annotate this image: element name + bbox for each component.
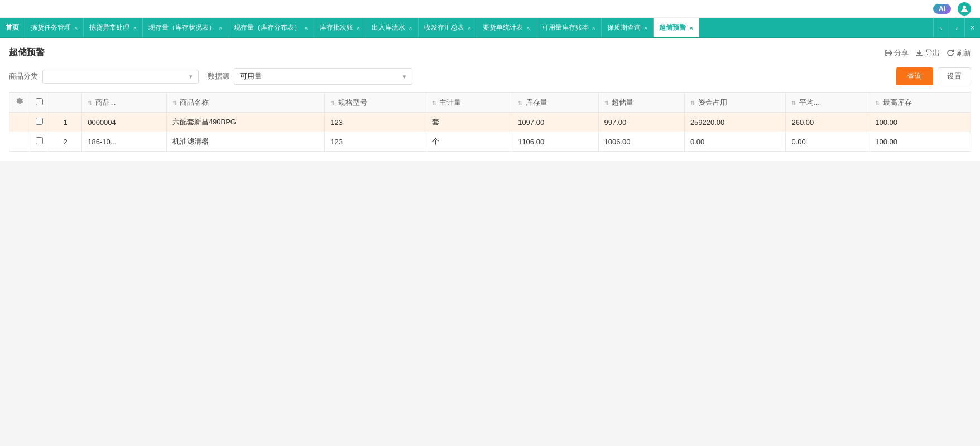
close-shelf-life[interactable]: ×: [644, 25, 647, 31]
sort-icon-avg: ⇅: [791, 100, 796, 106]
sort-icon-stock: ⇅: [518, 100, 522, 106]
nav-tab-order-stat[interactable]: 要货单统计表 ×: [477, 18, 536, 38]
home-label: 首页: [6, 23, 19, 32]
nav-arrows: ‹ › ×: [933, 18, 980, 38]
share-icon: [884, 49, 892, 57]
category-label: 商品分类: [9, 71, 38, 81]
close-task-mgmt[interactable]: ×: [74, 25, 78, 31]
row-avg-0: 260.00: [786, 113, 869, 132]
settings-button[interactable]: 设置: [938, 67, 971, 85]
nav-tab-abnormal[interactable]: 拣货异常处理 ×: [84, 18, 142, 38]
table-row: 1 0000004 六配套新昌490BPG 123 套 1097.00 997.…: [9, 113, 971, 132]
row-gear-0: [9, 113, 30, 132]
sort-icon-code: ⇅: [88, 100, 92, 106]
col-spec-header: ⇅ 规格型号: [325, 93, 426, 113]
filter-category: 商品分类 ▾: [9, 70, 199, 84]
close-stock-status[interactable]: ×: [219, 25, 222, 31]
sort-icon-name: ⇅: [172, 100, 177, 106]
row-stock-1: 1106.00: [512, 132, 598, 152]
row-capital-0: 259220.00: [684, 113, 786, 132]
ai-badge[interactable]: Ai: [933, 4, 951, 14]
datasource-select[interactable]: 可用量 ▾: [234, 68, 412, 85]
sort-icon-spec: ⇅: [330, 100, 335, 106]
page-container: 超储预警 分享 导出 刷新: [0, 38, 980, 161]
row-num-0: 1: [49, 113, 82, 132]
table-body: 1 0000004 六配套新昌490BPG 123 套 1097.00 997.…: [9, 113, 971, 152]
row-overstock-1: 1006.00: [598, 132, 684, 152]
avail-stock-label: 可用量库存账本: [542, 23, 589, 32]
share-button[interactable]: 分享: [884, 48, 909, 58]
row-gear-1: [9, 132, 30, 152]
row-select-0[interactable]: [36, 118, 43, 125]
overstock-warn-label: 超储预警: [659, 23, 686, 32]
category-select[interactable]: ▾: [42, 70, 199, 84]
row-code-0: 0000004: [82, 113, 167, 132]
shelf-life-label: 保质期查询: [607, 23, 641, 32]
nav-tab-stock-status[interactable]: 现存量（库存状况表） ×: [143, 18, 228, 38]
close-collect-summary[interactable]: ×: [468, 25, 471, 31]
datasource-chevron-icon: ▾: [403, 73, 406, 80]
row-maxstock-1: 100.00: [869, 132, 971, 152]
row-stock-0: 1097.00: [512, 113, 598, 132]
sort-icon-overstock: ⇅: [604, 100, 609, 106]
nav-tab-overstock-warn[interactable]: 超储预警 ×: [654, 18, 699, 38]
abnormal-label: 拣货异常处理: [89, 23, 129, 32]
col-row-num-header: [49, 93, 82, 113]
top-bar: Ai: [0, 0, 980, 18]
nav-arrow-left[interactable]: ‹: [933, 18, 949, 38]
row-name-1: 机油滤清器: [166, 132, 324, 152]
order-stat-label: 要货单统计表: [483, 23, 523, 32]
table-header: ⇅ 商品... ⇅ 商品名称 ⇅ 规格型号 ⇅ 主计量 ⇅ 库存量: [9, 93, 971, 113]
row-unit-1: 个: [426, 132, 512, 152]
close-stock-batch[interactable]: ×: [357, 25, 360, 31]
page-title: 超储预警: [9, 47, 45, 59]
close-stock-dist[interactable]: ×: [304, 25, 308, 31]
col-capital-occ-header: ⇅ 资金占用: [684, 93, 786, 113]
collect-summary-label: 收发存汇总表: [424, 23, 464, 32]
nav-tab-shelf-life[interactable]: 保质期查询 ×: [602, 18, 654, 38]
row-num-1: 2: [49, 132, 82, 152]
export-button[interactable]: 导出: [915, 48, 940, 58]
close-abnormal[interactable]: ×: [133, 25, 136, 31]
page-header: 超储预警 分享 导出 刷新: [9, 47, 971, 59]
close-avail-stock[interactable]: ×: [592, 25, 595, 31]
close-inout-flow[interactable]: ×: [409, 25, 412, 31]
nav-tab-avail-stock[interactable]: 可用量库存账本 ×: [536, 18, 602, 38]
col-product-code-header: ⇅ 商品...: [82, 93, 167, 113]
action-buttons: 查询 设置: [896, 67, 971, 85]
query-button[interactable]: 查询: [896, 67, 933, 85]
category-chevron-icon: ▾: [189, 73, 193, 80]
gear-icon[interactable]: [15, 97, 24, 106]
user-avatar[interactable]: [958, 2, 971, 16]
col-stock-qty-header: ⇅ 库存量: [512, 93, 598, 113]
sort-icon-max: ⇅: [875, 100, 880, 106]
row-code-1: 186-10...: [82, 132, 167, 152]
nav-tabs-bar: 首页 拣货任务管理 × 拣货异常处理 × 现存量（库存状况表） × 现存量（库存…: [0, 18, 980, 38]
filter-datasource: 数据源 可用量 ▾: [208, 68, 412, 85]
nav-tab-stock-dist[interactable]: 现存量（库存分布表） ×: [228, 18, 314, 38]
row-overstock-0: 997.00: [598, 113, 684, 132]
datasource-label: 数据源: [208, 71, 229, 81]
nav-tab-collect-summary[interactable]: 收发存汇总表 ×: [419, 18, 477, 38]
sort-icon-unit: ⇅: [432, 100, 436, 106]
select-all-checkbox[interactable]: [36, 98, 43, 105]
nav-arrow-right[interactable]: ›: [949, 18, 964, 38]
row-spec-1: 123: [325, 132, 426, 152]
datasource-value: 可用量: [240, 71, 262, 81]
close-order-stat[interactable]: ×: [526, 25, 530, 31]
nav-tab-home[interactable]: 首页: [0, 18, 25, 38]
close-overstock-warn[interactable]: ×: [689, 25, 693, 31]
nav-tab-stock-batch[interactable]: 库存批次账 ×: [314, 18, 366, 38]
nav-tab-inout-flow[interactable]: 出入库流水 ×: [366, 18, 418, 38]
row-select-1[interactable]: [36, 137, 43, 144]
refresh-button[interactable]: 刷新: [947, 48, 971, 58]
stock-status-label: 现存量（库存状况表）: [148, 23, 215, 32]
row-unit-0: 套: [426, 113, 512, 132]
col-gear: [9, 93, 30, 113]
nav-arrow-close[interactable]: ×: [964, 18, 980, 38]
row-maxstock-0: 100.00: [869, 113, 971, 132]
row-checkbox-1: [30, 132, 49, 152]
nav-tab-task-mgmt[interactable]: 拣货任务管理 ×: [25, 18, 84, 38]
export-icon: [915, 49, 923, 57]
col-checkbox-header: [30, 93, 49, 113]
